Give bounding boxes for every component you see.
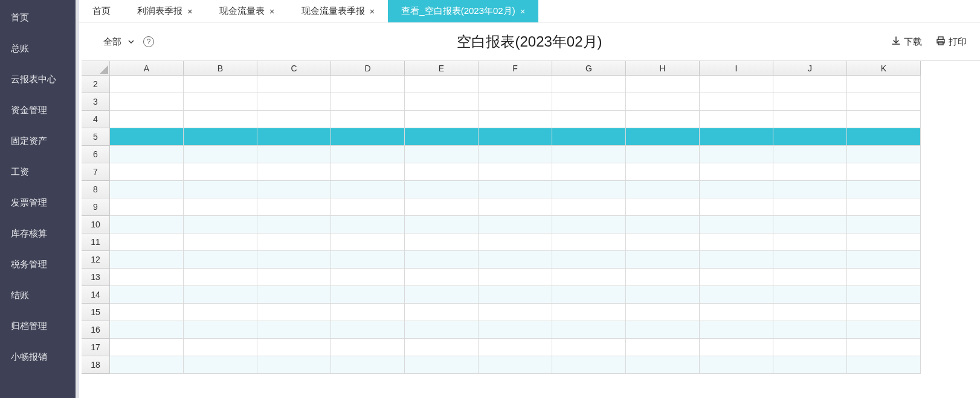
cell-D10[interactable] — [331, 216, 405, 233]
cell-E11[interactable] — [405, 233, 479, 251]
cell-G16[interactable] — [552, 321, 626, 339]
cell-A2[interactable] — [110, 76, 184, 93]
cell-G17[interactable] — [552, 339, 626, 356]
cell-G13[interactable] — [552, 269, 626, 286]
cell-I13[interactable] — [700, 269, 773, 286]
cell-J17[interactable] — [773, 339, 847, 356]
cell-G8[interactable] — [552, 181, 626, 198]
cell-A17[interactable] — [110, 339, 184, 356]
cell-A13[interactable] — [110, 269, 184, 286]
cell-F16[interactable] — [479, 321, 552, 339]
col-header-B[interactable]: B — [184, 61, 257, 76]
cell-E7[interactable] — [405, 163, 479, 181]
cell-K5[interactable] — [847, 128, 921, 146]
row-header-16[interactable]: 16 — [82, 321, 110, 339]
cell-B14[interactable] — [184, 286, 257, 304]
col-header-I[interactable]: I — [700, 61, 773, 76]
cell-K7[interactable] — [847, 163, 921, 181]
close-icon[interactable]: × — [187, 6, 193, 16]
sidebar-item-2[interactable]: 云报表中心 — [0, 64, 79, 95]
cell-F12[interactable] — [479, 251, 552, 269]
cell-K16[interactable] — [847, 321, 921, 339]
cell-G7[interactable] — [552, 163, 626, 181]
cell-B2[interactable] — [184, 76, 257, 93]
filter-label[interactable]: 全部 — [103, 36, 121, 48]
cell-B15[interactable] — [184, 304, 257, 321]
row-header-9[interactable]: 9 — [82, 198, 110, 216]
cell-H18[interactable] — [626, 356, 700, 374]
cell-H10[interactable] — [626, 216, 700, 233]
cell-G14[interactable] — [552, 286, 626, 304]
cell-F17[interactable] — [479, 339, 552, 356]
cell-E14[interactable] — [405, 286, 479, 304]
cell-J5[interactable] — [773, 128, 847, 146]
cell-F11[interactable] — [479, 233, 552, 251]
row-header-3[interactable]: 3 — [82, 93, 110, 111]
cell-E18[interactable] — [405, 356, 479, 374]
tab-4[interactable]: 查看_空白报表(2023年02月)× — [388, 0, 538, 22]
cell-G15[interactable] — [552, 304, 626, 321]
cell-E8[interactable] — [405, 181, 479, 198]
cell-H8[interactable] — [626, 181, 700, 198]
cell-K13[interactable] — [847, 269, 921, 286]
col-header-J[interactable]: J — [773, 61, 847, 76]
cell-C8[interactable] — [257, 181, 331, 198]
cell-E9[interactable] — [405, 198, 479, 216]
cell-C7[interactable] — [257, 163, 331, 181]
cell-B5[interactable] — [184, 128, 257, 146]
cell-C18[interactable] — [257, 356, 331, 374]
close-icon[interactable]: × — [269, 6, 275, 16]
row-header-14[interactable]: 14 — [82, 286, 110, 304]
cell-K17[interactable] — [847, 339, 921, 356]
sidebar-item-9[interactable]: 结账 — [0, 280, 79, 311]
cell-F3[interactable] — [479, 93, 552, 111]
row-header-10[interactable]: 10 — [82, 216, 110, 233]
cell-F2[interactable] — [479, 76, 552, 93]
cell-E12[interactable] — [405, 251, 479, 269]
cell-D9[interactable] — [331, 198, 405, 216]
cell-I17[interactable] — [700, 339, 773, 356]
cell-E2[interactable] — [405, 76, 479, 93]
cell-E13[interactable] — [405, 269, 479, 286]
cell-B3[interactable] — [184, 93, 257, 111]
cell-B10[interactable] — [184, 216, 257, 233]
cell-C15[interactable] — [257, 304, 331, 321]
col-header-H[interactable]: H — [626, 61, 700, 76]
cell-D2[interactable] — [331, 76, 405, 93]
cell-B11[interactable] — [184, 233, 257, 251]
cell-J9[interactable] — [773, 198, 847, 216]
sidebar-item-10[interactable]: 归档管理 — [0, 311, 79, 342]
cell-K11[interactable] — [847, 233, 921, 251]
cell-H2[interactable] — [626, 76, 700, 93]
cell-G4[interactable] — [552, 111, 626, 128]
cell-D11[interactable] — [331, 233, 405, 251]
cell-B17[interactable] — [184, 339, 257, 356]
cell-B6[interactable] — [184, 146, 257, 163]
cell-H11[interactable] — [626, 233, 700, 251]
cell-J2[interactable] — [773, 76, 847, 93]
cell-D12[interactable] — [331, 251, 405, 269]
cell-I7[interactable] — [700, 163, 773, 181]
row-header-13[interactable]: 13 — [82, 269, 110, 286]
cell-J14[interactable] — [773, 286, 847, 304]
cell-I3[interactable] — [700, 93, 773, 111]
cell-H5[interactable] — [626, 128, 700, 146]
cell-B7[interactable] — [184, 163, 257, 181]
cell-I10[interactable] — [700, 216, 773, 233]
cell-C10[interactable] — [257, 216, 331, 233]
row-header-12[interactable]: 12 — [82, 251, 110, 269]
cell-D13[interactable] — [331, 269, 405, 286]
cell-A3[interactable] — [110, 93, 184, 111]
cell-E4[interactable] — [405, 111, 479, 128]
cell-G11[interactable] — [552, 233, 626, 251]
cell-K2[interactable] — [847, 76, 921, 93]
cell-A9[interactable] — [110, 198, 184, 216]
cell-F13[interactable] — [479, 269, 552, 286]
tab-0[interactable]: 首页 — [79, 0, 124, 22]
cell-F15[interactable] — [479, 304, 552, 321]
cell-J15[interactable] — [773, 304, 847, 321]
cell-K9[interactable] — [847, 198, 921, 216]
row-header-2[interactable]: 2 — [82, 76, 110, 93]
cell-C6[interactable] — [257, 146, 331, 163]
cell-D5[interactable] — [331, 128, 405, 146]
